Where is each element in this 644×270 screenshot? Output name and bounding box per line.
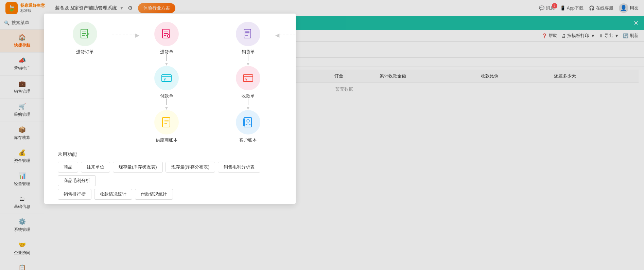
func-receipt-stat[interactable]: 收款情况统计	[94, 189, 132, 200]
customer-ledger-icon	[242, 116, 254, 128]
func-product[interactable]: 商品	[58, 162, 78, 173]
function-buttons-row1: 商品 往来单位 现存量(库存状况表) 现存量(库存分布表) 销售毛利分析表 商品…	[58, 162, 282, 186]
purchase-order-icon	[79, 28, 91, 40]
flow-diagram: 进货订单 ▶	[58, 22, 282, 143]
receipt-circle: ¥	[236, 66, 260, 90]
svg-rect-26	[162, 118, 170, 127]
arrow-1: ▶	[112, 32, 139, 38]
down-arrow-4: ▼	[246, 98, 250, 111]
flow-item-customer-ledger[interactable]: 客户账本	[236, 110, 260, 143]
svg-rect-23	[243, 75, 253, 82]
down-arrow-1: ▼	[164, 54, 169, 67]
func-payment-stat[interactable]: 付款情况统计	[135, 189, 173, 200]
func-product-gross[interactable]: 商品毛利分析	[58, 175, 96, 186]
func-inventory-dist[interactable]: 现存量(库存分布表)	[166, 162, 215, 173]
flow-item-payment[interactable]: ¥ 付款单	[154, 66, 179, 99]
flow-item-sales[interactable]: 销货单	[236, 22, 260, 55]
svg-point-33	[247, 120, 249, 122]
dialog-body: 进货订单 ▶	[44, 14, 296, 204]
common-functions-title: 常用功能	[58, 151, 282, 158]
supplier-ledger-icon	[160, 116, 173, 128]
common-functions: 常用功能 商品 往来单位 现存量(库存状况表) 现存量(库存分布表) 销售毛利分…	[58, 151, 282, 200]
flow-item-receipt[interactable]: ¥ 收款单	[236, 66, 260, 99]
flow-item-purchase[interactable]: 进货单	[154, 22, 179, 55]
purchase-order-circle	[73, 22, 97, 46]
payment-icon: ¥	[160, 72, 173, 84]
quick-nav-dialog: 进货订单 ▶	[44, 14, 296, 204]
purchase-circle	[154, 22, 179, 46]
sales-circle	[236, 22, 260, 46]
func-sales-rank[interactable]: 销售排行榜	[58, 189, 91, 200]
overlay: 进货订单 ▶	[0, 0, 644, 270]
svg-rect-32	[243, 118, 245, 126]
sales-icon	[242, 28, 254, 40]
down-arrow-3: ▼	[164, 98, 169, 111]
func-inventory-status[interactable]: 现存量(库存状况表)	[113, 162, 163, 173]
flow-item-supplier-ledger[interactable]: 供应商账本	[154, 110, 179, 143]
down-arrow-2: ▼	[246, 54, 250, 67]
receipt-icon: ¥	[242, 72, 254, 84]
func-sales-gross[interactable]: 销售毛利分析表	[218, 162, 260, 173]
purchase-icon	[160, 28, 173, 40]
flow-item-purchase-order[interactable]: 进货订单	[73, 22, 97, 55]
svg-rect-20	[162, 75, 171, 82]
payment-circle: ¥	[154, 66, 179, 90]
func-partner[interactable]: 往来单位	[81, 162, 110, 173]
customer-ledger-circle	[236, 110, 260, 134]
svg-rect-11	[244, 29, 251, 38]
svg-text:¥: ¥	[245, 78, 247, 82]
function-buttons-row2: 销售排行榜 收款情况统计 付款情况统计	[58, 189, 282, 200]
arrow-2: ◀	[275, 32, 296, 38]
svg-text:¥: ¥	[163, 78, 166, 82]
supplier-ledger-circle	[154, 110, 179, 134]
svg-rect-27	[162, 118, 163, 126]
